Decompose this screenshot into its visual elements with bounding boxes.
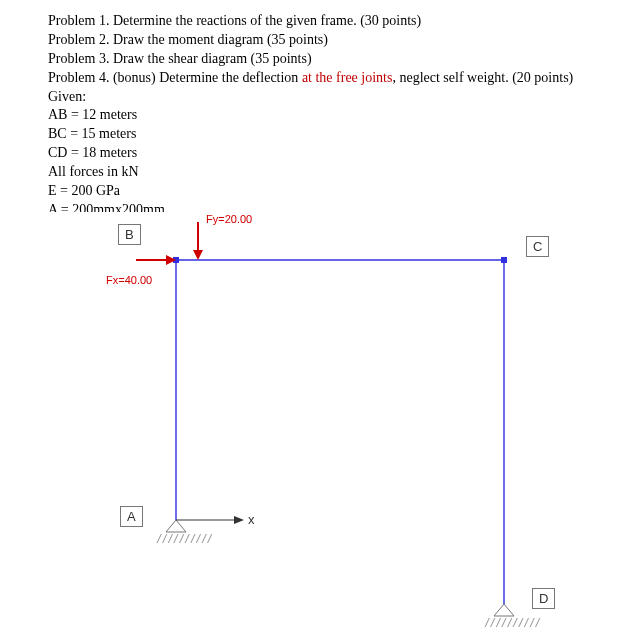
support-a-icon <box>166 520 186 532</box>
force-fy-arrow-head <box>193 250 203 260</box>
node-a-label: A <box>120 506 143 527</box>
bc-line: BC = 15 meters <box>48 125 573 144</box>
problem-4-highlight: at the free joints <box>302 70 393 85</box>
problem-4-pre: Problem 4. (bonus) Determine the deflect… <box>48 70 302 85</box>
force-fy-label: Fy=20.00 <box>206 213 252 225</box>
problem-4-line: Problem 4. (bonus) Determine the deflect… <box>48 69 573 88</box>
problem-2-line: Problem 2. Draw the moment diagram (35 p… <box>48 31 573 50</box>
ab-line: AB = 12 meters <box>48 106 573 125</box>
e-line: E = 200 GPa <box>48 182 573 201</box>
x-axis-label: x <box>248 512 255 527</box>
support-a-hash: ////////// <box>156 532 212 545</box>
support-d-hash: ////////// <box>484 616 540 629</box>
frame-diagram: ////////// ////////// B C A D Fx=40.00 F… <box>48 212 578 632</box>
force-fx-arrow-head <box>166 255 176 265</box>
force-fx-label: Fx=40.00 <box>106 274 152 286</box>
node-c-label: C <box>526 236 549 257</box>
problem-4-post: , neglect self weight. (20 points) <box>392 70 573 85</box>
forces-line: All forces in kN <box>48 163 573 182</box>
joint-c-marker <box>501 257 507 263</box>
x-axis-arrow-head <box>234 516 244 524</box>
cd-line: CD = 18 meters <box>48 144 573 163</box>
given-line: Given: <box>48 88 573 107</box>
node-b-label: B <box>118 224 141 245</box>
problem-3-line: Problem 3. Draw the shear diagram (35 po… <box>48 50 573 69</box>
problem-statement: Problem 1. Determine the reactions of th… <box>48 12 573 220</box>
problem-1-line: Problem 1. Determine the reactions of th… <box>48 12 573 31</box>
node-d-label: D <box>532 588 555 609</box>
support-d-icon <box>494 604 514 616</box>
